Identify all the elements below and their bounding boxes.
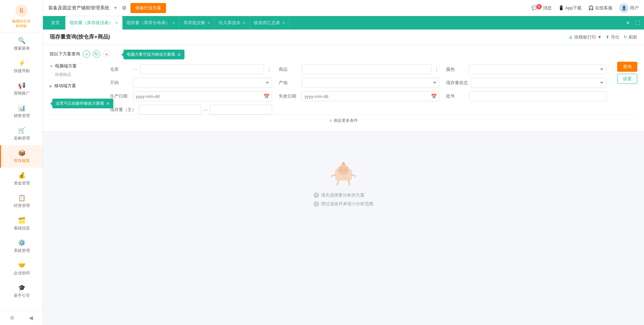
filter-size-row: 尺码 <box>110 78 272 88</box>
sidebar-item-sales[interactable]: 📊 销售管理 <box>0 100 43 123</box>
scheme-computer-item[interactable]: ▼ 电脑端方案 <box>50 62 103 70</box>
settings-icon[interactable]: ⚙ <box>10 315 14 321</box>
goods-input[interactable] <box>302 64 431 74</box>
size-select[interactable] <box>133 78 272 88</box>
filter-label: 按以下方案查询 <box>50 51 80 57</box>
filter-inventory-main-row: 现存量（主） — <box>110 105 272 115</box>
tab-receipt-summary[interactable]: 收发存汇总表 ✕ <box>250 16 289 30</box>
scheme-mobile-item[interactable]: ▶ 移动端方案 <box>50 82 103 90</box>
add-scheme-button[interactable]: + <box>83 50 90 58</box>
collapse-sidebar-icon[interactable]: ◀ <box>29 315 33 321</box>
batch-input[interactable] <box>469 91 607 101</box>
sidebar-item-marketing[interactable]: 📢 营销推广 <box>0 78 43 100</box>
production-date-calendar-icon[interactable]: 📅 <box>264 94 269 99</box>
scheme-tree-panel: ▼ 电脑端方案 按规格品 ▶ 移动端方案 <box>50 62 103 115</box>
online-service-action[interactable]: 🎧 在线客服 <box>588 5 612 11</box>
online-service-label: 在线客服 <box>595 5 612 11</box>
expiry-date-input[interactable] <box>302 91 439 101</box>
inventory-status-select[interactable] <box>471 78 607 88</box>
tab-maximize-icon[interactable]: ⛶ <box>634 19 641 27</box>
app-logo-icon: 6 <box>15 4 28 17</box>
filter-header: 按以下方案查询 + ↻ « 电脑方案可设为移动方案哦 ✕ <box>50 50 637 58</box>
sidebar-item-operations[interactable]: 📋 经营管理 <box>0 190 43 213</box>
print-button[interactable]: 🖨 按模板打印 ▼ <box>569 34 602 40</box>
tab-close-all-icon[interactable]: ✕ <box>625 19 631 27</box>
edit-tooltip-close[interactable]: ✕ <box>106 101 110 106</box>
tab-home[interactable]: 首页 <box>46 16 65 30</box>
search-nav-icon: 🔍 <box>18 37 25 44</box>
empty-tip-2: ② 用过滤条件来缩小分析范围 <box>314 200 373 208</box>
origin-select[interactable] <box>302 78 439 88</box>
refresh-button[interactable]: ↻ 刷新 <box>624 34 637 40</box>
warehouse-input[interactable] <box>140 64 264 74</box>
color-select[interactable] <box>469 64 607 74</box>
scheme-mobile-tree: ▶ 移动端方案 <box>50 82 103 90</box>
purchase-icon: 🛒 <box>18 127 25 134</box>
svg-text:6: 6 <box>19 7 23 14</box>
tab-inventory-dist-close[interactable]: ✕ <box>172 21 175 25</box>
back-scheme-button[interactable]: « <box>103 50 110 58</box>
scheme-computer-arrow: ▼ <box>50 64 53 68</box>
tab-receipt-summary-label: 收发存汇总表 <box>254 20 280 26</box>
action-buttons: 查询 设置 <box>617 62 637 115</box>
tab-receipt-summary-close[interactable]: ✕ <box>282 21 285 25</box>
home-tab-label: 首页 <box>51 20 60 26</box>
scheme-sub-item-1[interactable]: 按规格品 <box>55 70 103 79</box>
user-action[interactable]: 👤 用户 <box>619 3 639 13</box>
search-button[interactable]: 查询 <box>617 62 637 72</box>
tab-batch-account[interactable]: 库存批次账 ✕ <box>179 16 215 30</box>
tab-inventory-dist[interactable]: 现存量（库存分布表） ✕ <box>122 16 179 30</box>
sidebar-item-purchase[interactable]: 🛒 采购管理 <box>0 123 43 145</box>
sidebar-item-cooperation[interactable]: 🤝 企业协同 <box>0 258 43 280</box>
refresh-scheme-button[interactable]: ↻ <box>93 50 100 58</box>
reset-button[interactable]: 设置 <box>617 74 637 84</box>
origin-label: 产地 <box>279 80 299 86</box>
trial-button[interactable]: 体验行业方案 <box>130 3 166 13</box>
tab-in-out-flow[interactable]: 出入库流水 ✕ <box>215 16 250 30</box>
system-dropdown-icon[interactable]: ▼ <box>113 5 118 10</box>
collapse-bar[interactable]: ∧ 收起更多条件 <box>50 115 637 126</box>
sidebar-item-inventory[interactable]: 📦 库存核算 <box>0 145 43 168</box>
warehouse-dots: ··· <box>133 66 137 72</box>
production-date-input[interactable] <box>133 91 272 101</box>
system-name: 装备及固定资产辅助管理系统 <box>48 5 109 11</box>
app-download-action[interactable]: 📱 App下载 <box>558 5 582 11</box>
tab-inventory-status-close[interactable]: ✕ <box>115 21 118 25</box>
svg-line-9 <box>332 175 335 176</box>
sidebar-bottom: ⚙ ◀ <box>0 310 43 325</box>
inventory-max-input[interactable] <box>210 105 272 115</box>
tab-bar: 首页 现存量（库存状况表） ✕ 现存量（库存分布表） ✕ 库存批次账 ✕ 出入库… <box>43 16 644 30</box>
top-header: 装备及固定资产辅助管理系统 ▼ ⚙ 体验行业方案 💬 6 消息 📱 App下载 … <box>43 0 644 16</box>
svg-point-7 <box>345 170 347 171</box>
sidebar-item-basic[interactable]: 🗂️ 基础信息 <box>0 213 43 235</box>
finance-icon: 💰 <box>18 172 25 179</box>
logo-area: 6 畅通好生意 标准版 <box>0 0 43 33</box>
svg-rect-8 <box>340 173 347 174</box>
guide-icon: 🎓 <box>18 284 25 291</box>
export-button[interactable]: ⬆ 导出 <box>606 34 620 40</box>
tab-batch-account-close[interactable]: ✕ <box>207 21 210 25</box>
empty-state-icon <box>330 159 357 185</box>
tab-in-out-flow-close[interactable]: ✕ <box>243 21 246 25</box>
app-download-label: App下载 <box>565 5 582 11</box>
sidebar-item-finance[interactable]: 💰 资金管理 <box>0 168 43 190</box>
scheme-tooltip-close[interactable]: ✕ <box>177 52 181 57</box>
sidebar-item-guide[interactable]: 🎓 新手引导 <box>0 280 43 303</box>
messages-action[interactable]: 💬 6 消息 <box>532 5 552 11</box>
sidebar-item-search[interactable]: 🔍 搜索菜单 <box>0 33 43 55</box>
svg-point-6 <box>340 170 341 171</box>
sidebar-item-quick-nav[interactable]: ⚡ 快捷导航 <box>0 55 43 78</box>
size-label: 尺码 <box>110 80 130 86</box>
inventory-status-label: 现存量状态 <box>446 80 468 86</box>
inventory-min-input[interactable] <box>139 105 201 115</box>
svg-point-14 <box>342 162 344 164</box>
filter-expiry-date-row: 失效日期 📅 <box>279 91 439 101</box>
scheme-mobile-label: 移动端方案 <box>54 83 76 89</box>
inventory-icon: 📦 <box>18 149 25 157</box>
expiry-date-calendar-icon[interactable]: 📅 <box>431 94 437 99</box>
header-settings-icon[interactable]: ⚙ <box>122 5 126 11</box>
export-icon: ⬆ <box>606 35 609 40</box>
sidebar-item-system[interactable]: ⚙️ 系统管理 <box>0 235 43 258</box>
basic-icon: 🗂️ <box>18 217 25 224</box>
tab-inventory-status[interactable]: 现存量（库存状况表） ✕ <box>65 16 122 30</box>
